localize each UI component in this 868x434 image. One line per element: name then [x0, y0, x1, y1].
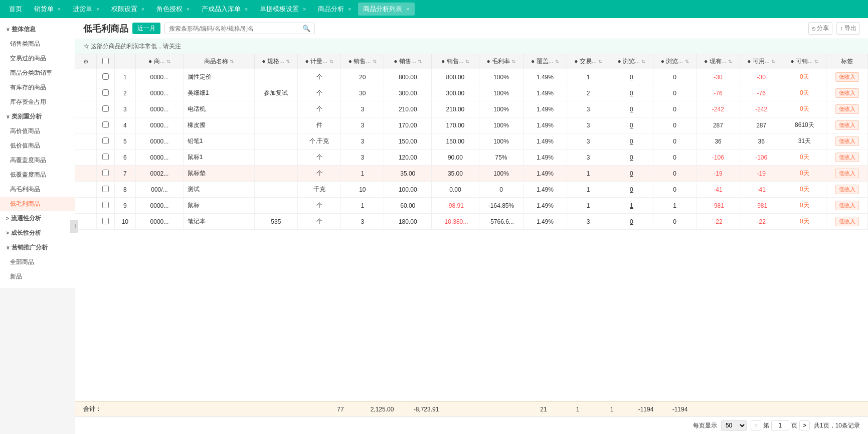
sidebar-item-high-margin[interactable]: 高毛利商品: [0, 182, 75, 197]
row-checkbox[interactable]: [102, 121, 109, 128]
cell-browse2: 0: [653, 85, 697, 101]
cell-checkbox[interactable]: [97, 166, 114, 182]
close-sales-icon[interactable]: ×: [58, 6, 61, 12]
col-current[interactable]: ● 现有... ⇅: [697, 54, 740, 69]
prev-page-btn[interactable]: <: [751, 420, 761, 430]
row-checkbox[interactable]: [102, 73, 109, 80]
sidebar-item-low-margin[interactable]: 低毛利商品: [0, 197, 75, 211]
per-page-label: 每页显示: [693, 421, 717, 430]
export-btn[interactable]: ↑ 导出: [836, 22, 860, 35]
share-btn[interactable]: ⎋ 分享: [808, 22, 832, 35]
cell-browse1[interactable]: 1: [610, 198, 653, 214]
cell-checkbox[interactable]: [97, 85, 114, 101]
close-role-icon[interactable]: ×: [187, 6, 190, 12]
cell-checkbox[interactable]: [97, 198, 114, 214]
nav-product-entry[interactable]: 产成品入库单 ×: [197, 3, 253, 16]
col-sellable[interactable]: ● 可销... ⇅: [783, 54, 826, 69]
col-available[interactable]: ● 可用... ⇅: [740, 54, 783, 69]
close-template-icon[interactable]: ×: [303, 6, 306, 12]
col-trade[interactable]: ● 交易... ⇅: [567, 54, 610, 69]
nav-home[interactable]: 首页: [4, 3, 27, 16]
row-checkbox[interactable]: [102, 105, 109, 112]
row-checkbox[interactable]: [102, 89, 109, 96]
col-browse1[interactable]: ● 浏览... ⇅: [610, 54, 653, 69]
cell-browse1[interactable]: 0: [610, 182, 653, 198]
close-product-entry-icon[interactable]: ×: [245, 6, 248, 12]
sidebar-item-stock-capital[interactable]: 库存资金占用: [0, 95, 75, 109]
sidebar-item-high-value[interactable]: 高价值商品: [0, 124, 75, 138]
cell-checkbox[interactable]: [97, 69, 114, 85]
col-gross-rate[interactable]: ● 毛利率 ⇅: [479, 54, 524, 69]
row-checkbox[interactable]: [102, 154, 109, 160]
sidebar-item-high-coverage[interactable]: 高覆盖度商品: [0, 153, 75, 168]
sidebar-item-new-goods[interactable]: 新品: [0, 269, 75, 284]
row-checkbox[interactable]: [102, 202, 109, 208]
per-page-select[interactable]: 50 100 200: [721, 420, 747, 431]
col-browse2[interactable]: ● 浏览... ⇅: [653, 54, 697, 69]
cell-browse1[interactable]: 0: [610, 85, 653, 101]
cell-cover-rate: 1.49%: [524, 117, 567, 133]
cell-checkbox[interactable]: [97, 117, 114, 133]
col-sales3[interactable]: ● 销售... ⇅: [432, 54, 479, 69]
nav-role[interactable]: 角色授权 ×: [151, 3, 195, 16]
nav-permission[interactable]: 权限设置 ×: [106, 3, 149, 16]
nav-sales[interactable]: 销货单 ×: [29, 3, 66, 16]
col-settings[interactable]: ⚙: [75, 54, 97, 69]
nav-product-analysis-list[interactable]: 商品分析列表 ×: [358, 3, 414, 16]
close-product-analysis-icon[interactable]: ×: [348, 6, 351, 12]
row-checkbox[interactable]: [102, 170, 109, 176]
row-checkbox[interactable]: [102, 137, 109, 144]
col-sales2[interactable]: ● 销售... ⇅: [384, 54, 432, 69]
search-input[interactable]: [169, 25, 302, 32]
cell-cover-rate: 1.49%: [524, 182, 567, 198]
search-icon[interactable]: 🔍: [302, 25, 310, 32]
cell-browse1[interactable]: 0: [610, 166, 653, 182]
sidebar-group-growth[interactable]: > 成长性分析: [0, 226, 75, 240]
sidebar-group-category[interactable]: ∨ 类别重分析: [0, 109, 75, 124]
cell-checkbox[interactable]: [97, 214, 114, 230]
select-all-checkbox[interactable]: [102, 58, 109, 64]
col-code[interactable]: ● 商... ⇅: [136, 54, 184, 69]
col-sales1[interactable]: ● 销售... ⇅: [341, 54, 384, 69]
sidebar-item-category-rate[interactable]: 商品分类助销率: [0, 66, 75, 80]
filter-month-btn[interactable]: 近一月: [132, 23, 160, 34]
nav-template[interactable]: 单据模板设置 ×: [255, 3, 311, 16]
sidebar-group-overall[interactable]: ∨ 整体信息: [0, 22, 75, 37]
col-spec[interactable]: ● 规格... ⇅: [254, 54, 297, 69]
sidebar-item-all-goods[interactable]: 全部商品: [0, 255, 75, 269]
nav-purchase[interactable]: 进货单 ×: [68, 3, 104, 16]
sidebar-item-traded-goods[interactable]: 交易过的商品: [0, 51, 75, 66]
sidebar-item-in-stock[interactable]: 有库存的商品: [0, 80, 75, 95]
cell-checkbox[interactable]: [97, 133, 114, 150]
close-purchase-icon[interactable]: ×: [96, 6, 99, 12]
close-permission-icon[interactable]: ×: [141, 6, 144, 12]
col-name[interactable]: 商品名称 ⇅: [183, 54, 254, 69]
row-checkbox[interactable]: [102, 186, 109, 192]
row-checkbox[interactable]: [102, 218, 109, 224]
cell-browse1[interactable]: 0: [610, 214, 653, 230]
next-page-btn[interactable]: >: [799, 420, 810, 430]
cell-browse1[interactable]: 0: [610, 150, 653, 166]
sidebar-group-marketing[interactable]: ∨ 营销推广分析: [0, 240, 75, 255]
col-unit[interactable]: ● 计量... ⇅: [297, 54, 340, 69]
page-number-input[interactable]: [771, 420, 789, 430]
sidebar-item-sales-goods[interactable]: 销售类商品: [0, 37, 75, 51]
col-checkbox-all[interactable]: [97, 54, 114, 69]
sidebar-item-low-coverage[interactable]: 低覆盖度商品: [0, 168, 75, 182]
cell-browse1[interactable]: 0: [610, 133, 653, 150]
sidebar-group-liquidity[interactable]: > 流通性分析: [0, 211, 75, 226]
cell-checkbox[interactable]: [97, 101, 114, 117]
col-cover-rate[interactable]: ● 覆盖... ⇅: [524, 54, 567, 69]
cell-code: 0000...: [136, 117, 184, 133]
cell-checkbox[interactable]: [97, 150, 114, 166]
nav-product-analysis[interactable]: 商品分析 ×: [313, 3, 356, 16]
cell-checkbox[interactable]: [97, 182, 114, 198]
sidebar-collapse-btn[interactable]: 《: [70, 220, 78, 233]
cell-browse1[interactable]: 0: [610, 69, 653, 85]
col-tag[interactable]: 标签: [826, 54, 868, 69]
cell-browse1[interactable]: 0: [610, 101, 653, 117]
table-area[interactable]: ⚙ ● 商... ⇅ 商品名称 ⇅ ● 规格... ⇅ ● 计量... ⇅ ● …: [75, 54, 868, 401]
sidebar-item-low-value[interactable]: 低价值商品: [0, 138, 75, 153]
close-list-icon[interactable]: ×: [406, 6, 409, 12]
cell-browse1[interactable]: 0: [610, 117, 653, 133]
